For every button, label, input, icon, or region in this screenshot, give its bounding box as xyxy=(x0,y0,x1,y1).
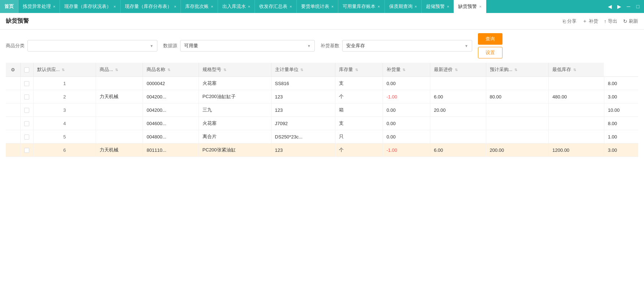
col-label-latest_price: 最新进价 xyxy=(434,67,453,72)
tab-maximize-button[interactable]: □ xyxy=(633,2,643,11)
cell-product_code-row3: 004600... xyxy=(143,117,199,130)
tab-demand-stat[interactable]: 要货单统计表× xyxy=(297,0,338,13)
settings-button[interactable]: 设置 xyxy=(478,47,502,58)
cell-value-stock_qty-row0: 0.00 xyxy=(387,81,396,86)
cell-spec-row3: J7092 xyxy=(271,117,335,130)
restock-label: 补货 xyxy=(589,18,598,25)
cell-value-spec-row0: SS816 xyxy=(275,81,289,86)
tab-shortage[interactable]: 缺货预警× xyxy=(454,0,486,13)
category-select[interactable]: ▼ xyxy=(27,40,157,52)
tab-home[interactable]: 首页 xyxy=(0,0,18,13)
datasource-select[interactable]: 可用量 ▼ xyxy=(180,40,315,52)
row-checkbox-4[interactable] xyxy=(24,134,29,140)
tab-close-inout-flow[interactable]: × xyxy=(248,4,250,9)
gear-icon[interactable]: ⚙ xyxy=(11,67,15,72)
col-header-latest_price[interactable]: 最新进价 ⇅ xyxy=(430,63,486,77)
cell-default_supplier-row3 xyxy=(96,117,143,130)
cell-check-row5 xyxy=(20,144,33,157)
cell-num-row0: 1 xyxy=(33,77,96,90)
row-checkbox-5[interactable] xyxy=(24,148,29,153)
cell-value-stock_qty-row5: -1.00 xyxy=(387,147,397,153)
tab-inventory-status[interactable]: 现存量（库存状况表）× xyxy=(60,0,120,13)
cell-stock_qty-row5: -1.00 xyxy=(383,144,430,157)
tab-close-inventory-status[interactable]: × xyxy=(113,4,116,9)
restock-button[interactable]: ＋补货 xyxy=(582,18,598,25)
col-header-default_supplier[interactable]: 默认供应... ⇅ xyxy=(33,63,96,77)
share-icon: ⎗ xyxy=(563,18,566,24)
cell-latest_price-row0 xyxy=(486,77,549,90)
tab-close-collect-summary[interactable]: × xyxy=(290,4,292,9)
tab-collect-summary[interactable]: 收发存汇总表× xyxy=(255,0,296,13)
sort-icon-min_stock: ⇅ xyxy=(572,68,576,72)
tab-next-button[interactable]: ▶ xyxy=(614,2,624,11)
col-header-spec[interactable]: 规格型号 ⇅ xyxy=(199,63,271,77)
select-all-checkbox[interactable] xyxy=(24,67,29,72)
tab-batch-account[interactable]: 库存批次账× xyxy=(181,0,218,13)
tab-close-batch-account[interactable]: × xyxy=(211,4,213,9)
tab-close-demand-stat[interactable]: × xyxy=(331,4,334,9)
col-header-restock_qty[interactable]: 补货量 ⇅ xyxy=(383,63,430,77)
cell-num-row2: 3 xyxy=(33,103,96,117)
cell-unit-row5: 个 xyxy=(335,144,383,157)
sort-icon-restock_qty: ⇅ xyxy=(402,68,406,72)
data-table: ⚙默认供应... ⇅商品... ⇅商品名称 ⇅规格型号 ⇅主计量单位 ⇅库存量 … xyxy=(6,63,638,157)
col-header-stock_qty[interactable]: 库存量 ⇅ xyxy=(335,63,383,77)
cell-num-row3: 4 xyxy=(33,117,96,130)
cell-value-product_name-row2: 三九 xyxy=(203,107,212,112)
tab-close-available-ledger[interactable]: × xyxy=(378,4,380,9)
col-header-gear: ⚙ xyxy=(6,63,20,77)
col-header-est_purchase[interactable]: 预计采购... ⇅ xyxy=(486,63,549,77)
cell-value-stock_qty-row2: 0.00 xyxy=(387,107,396,113)
cell-value-spec-row5: 123 xyxy=(275,147,283,153)
col-header-product_code[interactable]: 商品... ⇅ xyxy=(96,63,143,77)
tab-close-expiry[interactable]: × xyxy=(415,4,417,9)
cell-stock_qty-row4: 0.00 xyxy=(383,130,430,144)
tab-overstock[interactable]: 超储预警× xyxy=(422,0,454,13)
row-checkbox-3[interactable] xyxy=(24,121,29,126)
cell-unit-row0: 支 xyxy=(335,77,383,90)
restock-base-select[interactable]: 安全库存 ▼ xyxy=(342,40,472,52)
export-button[interactable]: ↑导出 xyxy=(604,18,617,25)
row-checkbox-1[interactable] xyxy=(24,94,29,100)
tab-close-shortage[interactable]: × xyxy=(479,4,481,9)
header-actions: ⎗分享＋补货↑导出↻刷新 xyxy=(563,18,638,25)
tab-close-inventory-dist[interactable]: × xyxy=(174,4,176,9)
cell-num-row4: 5 xyxy=(33,130,96,144)
tab-inventory-dist[interactable]: 现存量（库存分布表）× xyxy=(121,0,181,13)
col-header-min_stock[interactable]: 最低库存 ⇅ xyxy=(549,63,604,77)
cell-check-row3 xyxy=(20,117,33,130)
tab-inout-flow[interactable]: 出入库流水× xyxy=(218,0,255,13)
share-button[interactable]: ⎗分享 xyxy=(563,18,576,25)
tab-close-overstock[interactable]: × xyxy=(447,4,449,9)
cell-product_code-row2: 004200... xyxy=(143,103,199,117)
cell-product_code-row5: 801110... xyxy=(143,144,199,157)
cell-value-restock_qty-row5: 6.00 xyxy=(434,147,443,153)
col-header-product_name[interactable]: 商品名称 ⇅ xyxy=(143,63,199,77)
tab-prev-button[interactable]: ◀ xyxy=(605,2,614,11)
tab-available-ledger[interactable]: 可用量库存账本× xyxy=(338,0,384,13)
cell-value-min_stock-row0: 8.00 xyxy=(608,81,617,86)
row-checkbox-0[interactable] xyxy=(24,81,29,86)
cell-value-num-row5: 6 xyxy=(63,147,66,153)
cell-restock_qty-row0 xyxy=(430,77,486,90)
tab-label-overstock: 超储预警 xyxy=(426,3,445,10)
tab-nav-buttons: ◀ ▶ ─ □ xyxy=(605,2,644,11)
cell-value-restock_qty-row1: 6.00 xyxy=(434,94,443,100)
query-button[interactable]: 查询 xyxy=(478,33,502,45)
cell-value-default_supplier-row5: 力天机械 xyxy=(100,147,118,153)
tab-minimize-button[interactable]: ─ xyxy=(624,2,633,11)
category-dropdown-icon: ▼ xyxy=(150,44,153,48)
cell-value-min_stock-row1: 3.00 xyxy=(608,94,617,100)
cell-value-stock_qty-row4: 0.00 xyxy=(387,134,396,140)
cell-min_stock-row3: 8.00 xyxy=(604,117,638,130)
refresh-button[interactable]: ↻刷新 xyxy=(623,18,638,25)
row-checkbox-2[interactable] xyxy=(24,108,29,113)
tab-close-abnormal[interactable]: × xyxy=(53,4,55,9)
cell-num-row5: 6 xyxy=(33,144,96,157)
tab-label-shortage: 缺货预警 xyxy=(458,3,477,10)
cell-value-product_code-row3: 004600... xyxy=(147,121,166,126)
table-row: 5004800...离合片DS250*23c...只0.001.00 xyxy=(6,130,638,144)
tab-abnormal[interactable]: 拣货异常处理× xyxy=(18,0,60,13)
tab-expiry[interactable]: 保质期查询× xyxy=(385,0,422,13)
col-header-unit[interactable]: 主计量单位 ⇅ xyxy=(271,63,335,77)
